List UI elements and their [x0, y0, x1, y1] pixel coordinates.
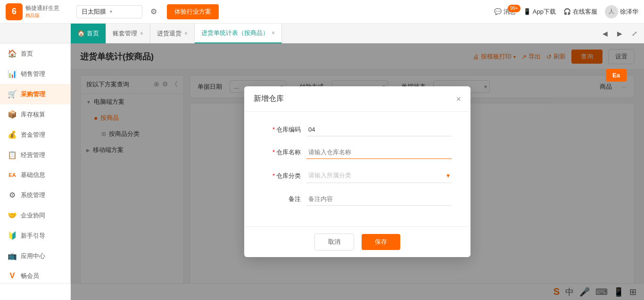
store-selector-arrow: ▾ — [110, 9, 112, 14]
sidebar-item-basic-info[interactable]: EA 基础信息 — [0, 165, 70, 185]
app-icon: 📱 — [523, 8, 531, 15]
message-icon: 💬 — [494, 8, 502, 15]
basic-info-nav-icon: EA — [8, 172, 17, 178]
sidebar-item-inventory[interactable]: 📦 库存核算 — [0, 104, 70, 125]
tab-scroll-left[interactable]: ◀ — [600, 29, 611, 38]
tab-purchase-stats-label: 进货单统计表（按商品） — [201, 29, 269, 37]
save-button[interactable]: 保存 — [362, 234, 400, 250]
trial-button[interactable]: 体验行业方案 — [167, 4, 219, 19]
form-row-code: 仓库编码 — [263, 123, 452, 136]
username-label: 徐泽华 — [620, 8, 638, 16]
sidebar-item-home[interactable]: 🏠 首页 — [0, 43, 70, 64]
sidebar-item-purchase[interactable]: 🛒 采购管理 — [0, 84, 70, 104]
settings-button[interactable]: ⚙ — [146, 4, 161, 19]
sidebar-item-label-sales: 销售管理 — [21, 70, 45, 78]
apps-nav-icon: 📺 — [8, 251, 17, 260]
finance-nav-icon: 💰 — [8, 130, 17, 139]
brand-edition: 精品版 — [25, 12, 59, 19]
sidebar-item-label-finance: 资金管理 — [21, 131, 45, 139]
code-label: 仓库编码 — [263, 125, 301, 134]
modal-overlay: 新增仓库 × 仓库编码 仓库名称 仓库分类 请输入 — [71, 43, 644, 300]
enterprise-nav-icon: 🤝 — [8, 211, 17, 220]
main-layout: 🏠 首页 📊 销售管理 🛒 采购管理 📦 库存核算 💰 资金管理 📋 经营管理 … — [0, 43, 644, 300]
main-content: 进货单统计(按商品) 🖨 按模板打印 ▾ ↗ 导出 ↺ 刷新 查询 设置 — [71, 43, 644, 300]
sidebar-item-finance[interactable]: 💰 资金管理 — [0, 125, 70, 145]
sidebar-item-label-inventory: 库存核算 — [21, 110, 45, 119]
sidebar-item-label-purchase: 采购管理 — [21, 90, 45, 99]
sidebar-item-label-enterprise: 企业协同 — [21, 211, 45, 220]
modal-body: 仓库编码 仓库名称 仓库分类 请输入所属分类 ▾ — [244, 112, 471, 226]
sidebar-item-system[interactable]: ⚙ 系统管理 — [0, 185, 70, 205]
sidebar-item-guide[interactable]: 🔰 新手引导 — [0, 225, 70, 246]
category-select[interactable]: 请输入所属分类 ▾ — [306, 168, 452, 183]
store-selector[interactable]: 日太阳膜 ▾ — [76, 5, 142, 18]
top-right-area: 💬 消息 99+ 📱 App下载 🎧 在线客服 人 徐泽华 — [494, 5, 638, 18]
sidebar-item-enterprise[interactable]: 🤝 企业协同 — [0, 205, 70, 225]
sales-nav-icon: 📊 — [8, 69, 17, 78]
name-input[interactable] — [306, 146, 452, 159]
home-icon: 🏠 — [77, 30, 85, 37]
logo-area: 6 畅捷通好生意 精品版 — [6, 3, 76, 20]
form-row-note: 备注 — [263, 192, 452, 206]
sidebar-item-label-basic-info: 基础信息 — [21, 171, 45, 179]
cancel-button[interactable]: 取消 — [314, 233, 354, 250]
tab-scroll-right[interactable]: ▶ — [614, 29, 625, 38]
tab-purchase-return[interactable]: 进货退货 × — [150, 24, 195, 43]
tab-home[interactable]: 🏠 首页 — [71, 24, 106, 43]
online-service-button[interactable]: 🎧 在线客服 — [563, 8, 597, 16]
guide-nav-icon: 🔰 — [8, 231, 17, 240]
headset-icon: 🎧 — [563, 8, 571, 15]
store-name: 日太阳膜 — [82, 8, 106, 16]
sidebar-item-label-member: 畅会员 — [21, 272, 39, 280]
message-badge: 99+ — [508, 5, 520, 12]
tab-purchase-return-close[interactable]: × — [184, 30, 188, 37]
tab-bar: 🏠 首页 账套管理 × 进货退货 × 进货单统计表（按商品） × ◀ ▶ ⤢ — [0, 24, 644, 43]
code-input[interactable] — [306, 123, 452, 136]
sidebar-item-label-operations: 经营管理 — [21, 151, 45, 159]
form-row-name: 仓库名称 — [263, 146, 452, 159]
tab-account[interactable]: 账套管理 × — [106, 24, 150, 43]
category-placeholder: 请输入所属分类 — [308, 171, 351, 180]
tab-account-close[interactable]: × — [140, 30, 143, 37]
purchase-nav-icon: 🛒 — [8, 90, 17, 99]
tab-purchase-stats-close[interactable]: × — [272, 30, 275, 36]
brand-name: 畅捷通好生意 — [25, 4, 59, 12]
app-download-label: App下载 — [533, 8, 556, 16]
note-input[interactable] — [306, 192, 452, 206]
system-nav-icon: ⚙ — [8, 191, 17, 200]
tab-account-label: 账套管理 — [113, 29, 137, 38]
tab-home-label: 首页 — [87, 29, 99, 38]
top-bar: 6 畅捷通好生意 精品版 日太阳膜 ▾ ⚙ 体验行业方案 💬 消息 99+ 📱 … — [0, 0, 644, 24]
modal-close-button[interactable]: × — [456, 95, 461, 103]
note-label: 备注 — [263, 195, 301, 203]
category-arrow-icon: ▾ — [446, 172, 450, 179]
inventory-nav-icon: 📦 — [8, 110, 17, 119]
tab-controls: ◀ ▶ ⤢ — [600, 29, 644, 38]
brand-text: 畅捷通好生意 精品版 — [25, 4, 59, 19]
messages-button[interactable]: 💬 消息 99+ — [494, 8, 516, 16]
user-profile[interactable]: 人 徐泽华 — [605, 5, 638, 18]
app-download-button[interactable]: 📱 App下载 — [523, 8, 556, 16]
sidebar-item-label-guide: 新手引导 — [21, 232, 45, 240]
modal-add-warehouse: 新增仓库 × 仓库编码 仓库名称 仓库分类 请输入 — [244, 86, 471, 257]
sidebar-item-label-apps: 应用中心 — [21, 252, 45, 260]
modal-title: 新增仓库 — [254, 94, 284, 104]
online-service-label: 在线客服 — [573, 8, 597, 16]
tab-expand[interactable]: ⤢ — [629, 29, 640, 38]
name-label: 仓库名称 — [263, 148, 301, 157]
category-label: 仓库分类 — [263, 172, 301, 180]
sidebar-item-operations[interactable]: 📋 经营管理 — [0, 145, 70, 165]
sidebar-item-apps[interactable]: 📺 应用中心 — [0, 246, 70, 266]
tab-purchase-stats[interactable]: 进货单统计表（按商品） × — [195, 24, 282, 43]
app-logo-icon: 6 — [6, 3, 23, 20]
member-nav-icon: V — [8, 272, 17, 280]
modal-header: 新增仓库 × — [244, 86, 471, 112]
sidebar-item-label-system: 系统管理 — [21, 191, 45, 200]
sidebar-item-sales[interactable]: 📊 销售管理 — [0, 64, 70, 84]
home-nav-icon: 🏠 — [8, 49, 17, 58]
ea-badge: Ea — [606, 69, 627, 82]
sidebar-item-label-home: 首页 — [21, 50, 33, 58]
sidebar: 🏠 首页 📊 销售管理 🛒 采购管理 📦 库存核算 💰 资金管理 📋 经营管理 … — [0, 43, 71, 300]
operations-nav-icon: 📋 — [8, 150, 17, 159]
form-row-category: 仓库分类 请输入所属分类 ▾ — [263, 168, 452, 183]
